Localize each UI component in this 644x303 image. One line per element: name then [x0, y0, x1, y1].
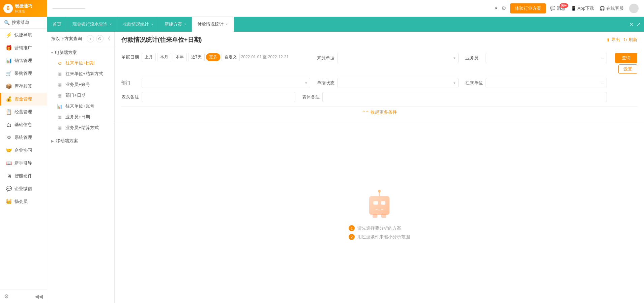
tab-new-scheme[interactable]: 新建方案 ×: [159, 17, 192, 32]
sidebar-item-system[interactable]: ⚙ 系统管理: [0, 131, 47, 144]
scheme-table-icon: ▦: [57, 71, 63, 77]
empty-state: 1 请先选择要分析的方案 2 用过滤条件来缩小分析范围: [115, 123, 644, 303]
avatar[interactable]: [629, 4, 639, 13]
mobile-scheme-group: ▶ 移动端方案: [47, 134, 114, 147]
tab-bank-flow-close[interactable]: ×: [110, 22, 112, 26]
scheme-item-staff-account[interactable]: ▦ 业务员+账号: [47, 79, 114, 90]
filter-source-doc-label: 来源单据: [317, 55, 334, 61]
tab-bank-flow[interactable]: 现金银行流水查询 ×: [67, 17, 117, 32]
scheme-item-partner-date[interactable]: ⊙ 往来单位+日期: [47, 58, 114, 68]
scheme-settings-btn[interactable]: ⊙: [96, 35, 104, 42]
empty-tip-1: 1 请先选择要分析的方案: [349, 225, 410, 231]
collapse-sidebar-icon[interactable]: ◀◀: [35, 293, 43, 300]
settings-icon[interactable]: ⚙: [4, 293, 9, 300]
tab-home[interactable]: 首页: [47, 17, 67, 32]
sidebar-item-operation[interactable]: 📋 经营管理: [0, 105, 47, 118]
messages-btn[interactable]: 💬 消息 99+: [550, 5, 565, 11]
sidebar-item-hardware[interactable]: 🖥 智能硬件: [0, 170, 47, 182]
tab-new-scheme-close[interactable]: ×: [184, 22, 186, 26]
page-actions: ⬆ 导出 ↻ 刷新: [606, 37, 637, 43]
sidebar: 6 畅捷通巧 标准版 🔍 搜索菜单 ⚡ 快捷导航 🎁 营销推广 📊 销售管理 🛒…: [0, 0, 47, 303]
tab-receipt-stats-close[interactable]: ×: [151, 22, 153, 26]
topbar: ———————— ▾ ⚙ 体验行业方案 💬 消息 99+ 📱 App下载 🎧 在…: [47, 0, 644, 17]
filter-staff-select[interactable]: ···: [486, 53, 607, 63]
mobile-scheme-group-header[interactable]: ▶ 移动端方案: [47, 136, 114, 146]
expand-tabs-icon[interactable]: ⤢: [636, 21, 641, 28]
sidebar-item-label: 系统管理: [14, 134, 32, 141]
sidebar-item-inventory[interactable]: 📦 库存核算: [0, 80, 47, 93]
breadcrumb-dropdown-icon[interactable]: ▾: [495, 6, 497, 11]
close-all-tabs-icon[interactable]: ✕: [629, 21, 634, 28]
export-icon: ⬆: [606, 37, 610, 42]
sidebar-item-label: 企业微信: [14, 186, 32, 192]
filter-body-note-input[interactable]: [322, 92, 607, 102]
sidebar-item-label: 资金管理: [14, 96, 32, 102]
date-btn-last-month[interactable]: 上月: [142, 53, 156, 61]
pc-scheme-group-header[interactable]: ▾ 电脑端方案: [47, 48, 114, 58]
app-download-btn[interactable]: 📱 App下载: [571, 5, 594, 11]
query-btn[interactable]: 查询: [615, 53, 637, 63]
add-scheme-btn[interactable]: ＋: [87, 35, 94, 42]
online-service-btn[interactable]: 🎧 在线客服: [599, 5, 624, 11]
sidebar-item-finance[interactable]: 💰 资金管理: [0, 93, 47, 105]
member-icon: 👑: [6, 199, 12, 205]
date-btn-last-7-days[interactable]: 近7天: [188, 53, 205, 61]
phone-icon: 📱: [571, 6, 576, 11]
refresh-btn[interactable]: ↻ 刷新: [623, 37, 637, 43]
tab-payment-stats-label: 付款情况统计: [197, 21, 224, 27]
sidebar-item-marketing[interactable]: 🎁 营销推广: [0, 41, 47, 54]
scheme-item-staff-settle[interactable]: ▦ 业务员+结算方式: [47, 122, 114, 133]
scheme-panel-collapse-btn[interactable]: 《: [106, 36, 110, 42]
pc-scheme-group-label: 电脑端方案: [55, 50, 77, 56]
filter-row-2: 部门 ▾ 单据状态 ▾ 往来单位: [121, 78, 637, 88]
filter-doc-status-select[interactable]: ▾: [337, 78, 459, 88]
date-btn-this-year[interactable]: 本年: [173, 53, 187, 61]
filter-doc-date-label: 单据日期: [121, 54, 139, 60]
topbar-gear-icon[interactable]: ⚙: [501, 5, 506, 11]
hardware-icon: 🖥: [6, 173, 12, 179]
breadcrumb: ————————: [53, 6, 491, 11]
filter-header-note-label: 表头备注: [121, 94, 139, 100]
tab-receipt-stats[interactable]: 收款情况统计 ×: [117, 17, 159, 32]
headset-icon: 🎧: [599, 6, 605, 11]
tab-payment-stats-close[interactable]: ×: [226, 22, 228, 26]
search-menu-item[interactable]: 🔍 搜索菜单: [0, 17, 47, 29]
sidebar-item-quick-nav[interactable]: ⚡ 快捷导航: [0, 29, 47, 41]
sidebar-item-basic[interactable]: 🗂 基础信息: [0, 118, 47, 131]
sidebar-item-enterprise[interactable]: 🤝 企业协同: [0, 144, 47, 157]
sidebar-header: 6 畅捷通巧 标准版: [0, 0, 47, 17]
sidebar-item-sales[interactable]: 📊 销售管理: [0, 54, 47, 67]
sidebar-item-wechat[interactable]: 💬 企业微信: [0, 182, 47, 195]
sidebar-item-purchase[interactable]: 🛒 采购管理: [0, 67, 47, 80]
sidebar-item-label: 经营管理: [14, 109, 32, 115]
scheme-item-partner-settle[interactable]: ▦ 往来单位+结算方式: [47, 68, 114, 79]
scheme-item-staff-date[interactable]: ▦ 业务员+日期: [47, 112, 114, 122]
filter-partner-arrow: ···: [601, 81, 604, 85]
filter-body-note-label: 表体备注: [302, 94, 320, 100]
svg-rect-5: [373, 214, 377, 218]
filter-settings-btn[interactable]: 设置: [618, 64, 637, 74]
tab-payment-stats[interactable]: 付款情况统计 ×: [192, 17, 233, 32]
right-content: 付款情况统计(往来单位+日期) ⬆ 导出 ↻ 刷新 单: [115, 32, 644, 303]
sidebar-app-subtitle: 标准版: [15, 9, 32, 14]
collapse-more-btn[interactable]: ⌃⌃ 收起更多条件: [121, 106, 637, 118]
date-btn-more[interactable]: 更多: [206, 53, 220, 61]
export-btn[interactable]: ⬆ 导出: [606, 37, 620, 43]
filter-header-note-input[interactable]: [142, 92, 295, 102]
filter-partner-select[interactable]: ···: [486, 78, 607, 88]
sidebar-item-label: 库存核算: [14, 83, 32, 89]
sidebar-item-guide[interactable]: 📖 新手引导: [0, 157, 47, 170]
sidebar-item-label: 基础信息: [14, 122, 32, 128]
tabs-bar: 首页 现金银行流水查询 × 收款情况统计 × 新建方案 × 付款情况统计 × ✕…: [47, 17, 644, 32]
filter-source-doc-select[interactable]: ▾: [337, 53, 459, 63]
filter-dept-select[interactable]: ▾: [142, 78, 310, 88]
trial-btn[interactable]: 体验行业方案: [510, 3, 546, 13]
sidebar-item-label: 快捷导航: [14, 32, 32, 38]
scheme-item-partner-account[interactable]: 📊 往来单位+账号: [47, 101, 114, 112]
date-btn-this-month[interactable]: 本月: [157, 53, 171, 61]
message-icon: 💬: [550, 6, 555, 11]
sidebar-item-member[interactable]: 👑 畅会员: [0, 195, 47, 208]
date-btn-custom[interactable]: 自定义: [222, 53, 240, 61]
scheme-item-dept-date[interactable]: ▦ 部门+日期: [47, 90, 114, 101]
content-area: 按以下方案查询 ＋ ⊙ 《 ▾ 电脑端方案 ⊙ 往来单位+日期 ▦: [47, 32, 644, 303]
